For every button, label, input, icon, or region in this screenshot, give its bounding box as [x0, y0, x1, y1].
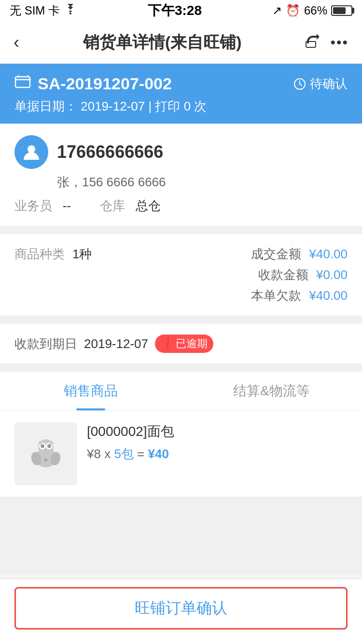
warehouse-value: 总仓	[136, 198, 161, 213]
customer-name: 张，156 6666 6666	[57, 174, 348, 191]
battery-percent: 66%	[304, 4, 327, 17]
order-status-text: 待确认	[310, 75, 348, 92]
overdue-text: 已逾期	[176, 336, 208, 351]
wifi-icon	[64, 4, 77, 17]
product-thumb-owl-icon	[27, 433, 65, 475]
order-id: SA-20191207-002	[14, 74, 172, 93]
svg-rect-2	[15, 77, 30, 87]
sales-value: --	[63, 198, 71, 213]
product-name: [0000002]面包	[87, 422, 348, 441]
status-left: 无 SIM 卡	[10, 3, 77, 18]
product-info: [0000002]面包 ¥8 x 5包 = ¥40	[87, 422, 348, 462]
tab-sales[interactable]: 销售商品	[0, 372, 181, 410]
customer-top: 17666666666	[14, 135, 348, 169]
warehouse-label: 仓库	[100, 198, 125, 213]
tab-settlement[interactable]: 结算&物流等	[181, 372, 362, 410]
owed-label: 本单欠款	[251, 287, 301, 304]
owed-row: 本单欠款 ¥40.00	[251, 287, 348, 304]
customer-section: 17666666666 张，156 6666 6666 业务员 -- 仓库 总仓	[0, 124, 362, 226]
order-date: 2019-12-07	[81, 99, 145, 113]
amount-right: 成交金额 ¥40.00 收款金额 ¥0.00 本单欠款 ¥40.00	[251, 246, 348, 304]
nav-actions: •••	[305, 33, 348, 52]
sales-label: 业务员	[14, 198, 52, 213]
product-total: ¥40	[148, 447, 169, 461]
nav-bar: ‹ 销货单详情(来自旺铺) •••	[0, 21, 362, 64]
share-button[interactable]	[305, 33, 320, 52]
status-bar: 无 SIM 卡 下午3:28 ↗ ⏰ 66%	[0, 0, 362, 21]
svg-rect-14	[45, 458, 46, 462]
print-info: | 打印 0 次	[148, 99, 207, 113]
sales-info: 业务员 --	[14, 197, 71, 214]
deal-amount-label: 成交金额	[251, 246, 301, 263]
product-equals: =	[137, 447, 148, 461]
product-list: [0000002]面包 ¥8 x 5包 = ¥40	[0, 411, 362, 497]
customer-phone: 17666666666	[57, 142, 163, 162]
customer-meta: 业务员 -- 仓库 总仓	[14, 197, 348, 214]
customer-avatar	[14, 135, 48, 169]
date-label: 单据日期：	[14, 99, 77, 113]
tabs-row: 销售商品 结算&物流等	[0, 372, 362, 410]
product-qty: 5包	[114, 447, 133, 461]
product-price-row: ¥8 x 5包 = ¥40	[87, 446, 348, 462]
product-thumbnail	[14, 422, 77, 485]
section-divider-3	[0, 364, 362, 372]
due-date-value: 2019-12-07	[84, 336, 148, 351]
carrier-label: 无 SIM 卡	[10, 3, 60, 18]
sales-value-spacer	[56, 198, 59, 213]
product-type-label: 商品种类	[14, 246, 65, 263]
warehouse-spacer	[128, 198, 132, 213]
overdue-badge: ❗ 已逾期	[155, 335, 213, 353]
confirm-button-area: 旺铺订单确认	[0, 578, 362, 644]
deal-amount-row: 成交金额 ¥40.00	[251, 246, 348, 263]
tab-active-indicator	[76, 408, 105, 410]
page-title: 销货单详情(来自旺铺)	[83, 31, 242, 54]
svg-point-9	[41, 444, 44, 448]
order-date-row: 单据日期： 2019-12-07 | 打印 0 次	[14, 98, 348, 115]
product-item: [0000002]面包 ¥8 x 5包 = ¥40	[14, 422, 348, 485]
status-right: ↗ ⏰ 66%	[272, 4, 352, 17]
due-date-section: 收款到期日 2019-12-07 ❗ 已逾期	[0, 324, 362, 364]
more-button[interactable]: •••	[330, 34, 348, 51]
order-status: 待确认	[293, 75, 348, 92]
section-divider-1	[0, 226, 362, 234]
battery-icon	[331, 5, 352, 16]
amount-left: 商品种类 1种	[14, 246, 92, 263]
deal-amount-value: ¥40.00	[309, 247, 348, 262]
order-banner-top: SA-20191207-002 待确认	[14, 74, 348, 93]
back-button[interactable]: ‹	[14, 32, 19, 53]
owed-value: ¥40.00	[309, 288, 348, 303]
tabs-section: 销售商品 结算&物流等	[0, 372, 362, 411]
payment-value: ¥0.00	[316, 267, 348, 282]
tab-sales-label: 销售商品	[64, 382, 118, 400]
confirm-order-button[interactable]: 旺铺订单确认	[14, 587, 348, 630]
product-type: 商品种类 1种	[14, 246, 92, 263]
warehouse-info: 仓库 总仓	[100, 197, 161, 214]
order-icon	[14, 75, 32, 93]
overdue-icon: ❗	[161, 337, 174, 350]
status-time: 下午3:28	[148, 1, 202, 20]
product-type-value: 1种	[72, 246, 92, 263]
alarm-icon: ⏰	[286, 4, 300, 17]
payment-row: 收款金额 ¥0.00	[258, 266, 348, 283]
bottom-spacer	[0, 497, 362, 574]
svg-point-4	[28, 145, 35, 153]
order-banner: SA-20191207-002 待确认 单据日期： 2019-12-07 | 打…	[0, 64, 362, 124]
svg-point-10	[47, 444, 51, 448]
location-icon: ↗	[272, 4, 282, 17]
due-date-label: 收款到期日	[14, 336, 77, 352]
section-divider-2	[0, 316, 362, 324]
svg-point-0	[70, 13, 71, 14]
amount-section: 商品种类 1种 成交金额 ¥40.00 收款金额 ¥0.00 本单欠款 ¥40.…	[0, 234, 362, 316]
product-price-base: ¥8 x	[87, 447, 114, 461]
order-id-text: SA-20191207-002	[38, 74, 172, 93]
tab-settlement-label: 结算&物流等	[233, 382, 310, 400]
payment-label: 收款金额	[258, 266, 308, 283]
